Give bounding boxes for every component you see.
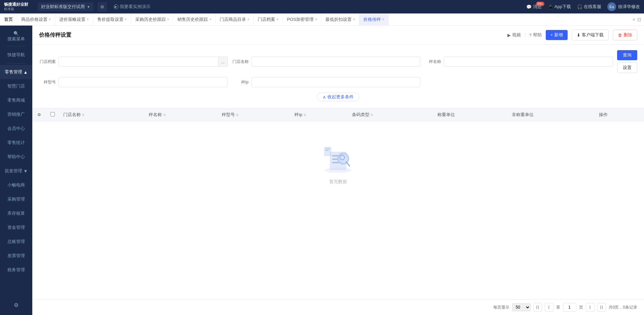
settings-icon[interactable]: ⚙ [98,2,107,11]
page-number-input[interactable] [563,303,576,312]
table-container: ⚙ 门店名称 ⇅ 秤名称 ⇅ 秤型号 [32,108,644,299]
sidebar-quick-nav[interactable]: 快捷导航 [0,48,32,62]
tab-price-scale[interactable]: 价格传秤 × [359,13,389,26]
tab-close-icon[interactable]: × [277,18,279,21]
th-settings[interactable]: ⚙ [32,108,46,121]
collapse-button[interactable]: ∧ 收起更多条件 [317,93,359,101]
expand-icon[interactable]: ⊡ [637,17,641,22]
scale-model-input[interactable] [59,77,228,87]
sidebar-item-smart-store[interactable]: 智慧门店 [0,79,32,93]
tab-price-settings[interactable]: 商品价格设置 × [17,13,55,26]
header-divider [525,33,525,37]
prev-page-button[interactable]: ⟨ [545,303,553,312]
message-button[interactable]: 💬 消息 99+ [526,4,542,10]
sidebar-item-inventory[interactable]: 库存核算 [0,206,32,220]
download-label: 客户端下载 [582,32,604,38]
tab-store-catalog[interactable]: 门店商品目录 × [216,13,254,26]
user-area[interactable]: Ea 徐泽华修改 [607,2,640,11]
filter-scale-model: 秤型号 [39,77,228,87]
top-right-area: 💬 消息 99+ 📱 App下载 🎧 在线客服 Ea 徐泽华修改 [526,2,640,11]
close-all-icon[interactable]: × [633,17,635,22]
tab-close-icon[interactable]: × [87,18,89,21]
help-icon: ? [529,33,532,38]
tab-pos[interactable]: POS加密管理 × [283,13,321,26]
store-file-ellipsis-button[interactable]: ... [218,57,228,67]
tab-sales-history[interactable]: 销售历史价跟踪 × [173,13,216,26]
sidebar-item-ledger[interactable]: 总账管理 [0,235,32,249]
sidebar-gear-icon[interactable]: ⚙ [10,298,23,312]
sidebar-item-finance[interactable]: 资金管理 [0,220,32,235]
tab-min-discount-label: 最低折扣设置 [325,16,352,23]
download-button[interactable]: ⬇ 客户端下载 [572,30,609,40]
video-label: 视频 [512,32,521,38]
next-page-button[interactable]: ⟩ [586,303,595,312]
tab-price-settings-label: 商品价格设置 [21,16,47,23]
last-page-button[interactable]: ⟩⟩ [597,303,606,312]
tab-store-file[interactable]: 门店档案 × [254,13,283,26]
select-all-checkbox[interactable] [50,112,55,116]
store-file-input[interactable] [59,57,218,67]
filter-store-file: 门店档案 ... [39,57,228,67]
scale-name-label: 秤名称 [424,59,441,65]
table-body: 暂无数据 [32,121,644,205]
scale-ip-input[interactable] [251,77,421,87]
sidebar-item-marketing[interactable]: 营销推广 [0,107,32,121]
sidebar-item-tax[interactable]: 税务管理 [0,263,32,277]
sidebar-item-purchase[interactable]: 采购管理 [0,192,32,206]
sidebar-search[interactable]: 🔍 搜索菜单 [7,28,25,45]
sidebar-bottom: ⚙ [10,298,23,312]
tab-min-discount[interactable]: 最低折扣设置 × [321,13,359,26]
help-label: 帮助 [533,32,542,38]
tab-close-icon[interactable]: × [315,18,317,21]
tab-sale-price[interactable]: 售价提取设置 × [93,13,131,26]
sidebar-item-retail-mall-label: 零售商城 [7,97,25,103]
sidebar-item-member[interactable]: 会员中心 [0,121,32,136]
content-area: 价格传秤设置 ▶ 视频 ? 帮助 + 新增 ⬇ 客户端下载 [32,26,644,315]
tab-close-icon[interactable]: × [167,18,169,21]
tab-purchase-history[interactable]: 采购历史价跟踪 × [131,13,174,26]
demo-link[interactable]: ▶ 我要看实例演示 [114,4,150,10]
sidebar-item-retail[interactable]: 零售管理 ▲ [0,65,32,79]
sidebar-item-help[interactable]: 帮助中心 [0,150,32,164]
store-name-input[interactable] [251,57,421,67]
query-button[interactable]: 查询 [617,50,637,60]
sort-icon: ⇅ [370,113,373,117]
add-button[interactable]: + 新增 [546,30,568,40]
tab-close-icon[interactable]: × [247,18,249,21]
download-icon: ⬇ [577,33,580,38]
tab-close-icon[interactable]: × [382,18,384,21]
delete-button[interactable]: 🗑 删除 [613,30,637,40]
th-operation-label: 操作 [599,112,608,117]
empty-illustration [318,142,358,175]
per-page-select[interactable]: 10 20 50 100 [512,303,531,311]
th-store-name-label: 门店名称 [63,112,81,117]
help-link[interactable]: ? 帮助 [529,32,542,38]
tab-price-scale-label: 价格传秤 [363,16,381,23]
app-download-button[interactable]: 📱 App下载 [548,4,571,10]
first-page-button[interactable]: ⟨⟨ [533,303,542,312]
arrow-down-icon: ▼ [24,169,28,174]
th-checkbox[interactable] [46,108,59,121]
tab-close-icon[interactable]: × [209,18,211,21]
page-unit: 页 [579,305,583,310]
filter-settings-button[interactable]: 设置 [617,62,637,73]
tab-close-icon[interactable]: × [353,18,355,21]
tab-close-icon[interactable]: × [125,18,127,21]
filter-row-2: 秤型号 秤ip [39,77,637,87]
tab-pos-label: POS加密管理 [287,16,314,23]
query-label: 查询 [623,52,632,58]
sidebar-item-retail-mall[interactable]: 零售商城 [0,93,32,107]
sidebar-item-invoice[interactable]: 发票管理 [0,249,32,263]
tab-close-icon[interactable]: × [49,18,51,21]
sidebar-item-ecommerce[interactable]: 小畅电商 [0,178,32,192]
svg-line-7 [346,162,350,166]
tab-cost-strategy[interactable]: 进价策略设置 × [55,13,93,26]
sidebar-divider-nav [6,63,26,64]
version-dropdown[interactable]: 好业财标准版交付试用 ▼ [38,2,94,11]
online-service-button[interactable]: 🎧 在线客服 [577,4,601,10]
sidebar-item-retail-stats[interactable]: 零售统计 [0,136,32,150]
video-link[interactable]: ▶ 视频 [507,32,521,38]
tab-home[interactable]: 首页 [3,13,17,26]
scale-name-input[interactable] [444,57,613,67]
sidebar-item-wholesale[interactable]: 批发管理 ▼ [0,164,32,178]
